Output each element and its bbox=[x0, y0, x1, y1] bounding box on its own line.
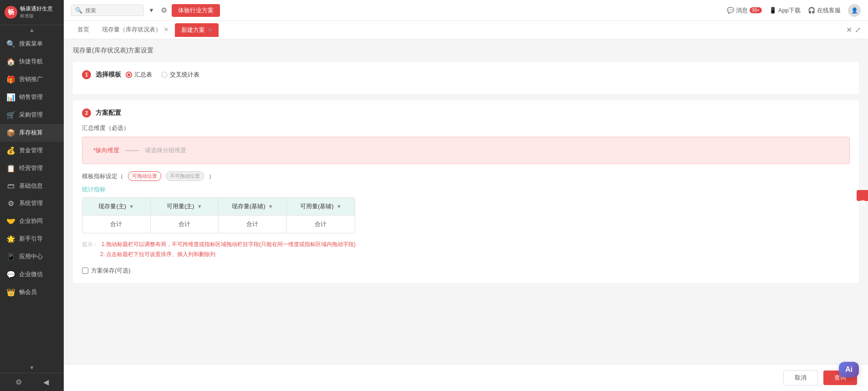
vertical-dimension-label: *纵向维度 bbox=[93, 146, 119, 154]
section2-title: 方案配置 bbox=[96, 109, 121, 117]
template-radio-group: 汇总表 交叉统计表 bbox=[126, 71, 199, 79]
section-config: 2 方案配置 汇总维度（必选） *纵向维度 —— 请选择分组维度 模板指标设定（… bbox=[73, 100, 859, 283]
dropdown-icon[interactable]: ▼ bbox=[148, 7, 154, 14]
tab-new-close[interactable]: ✕ bbox=[208, 27, 212, 33]
radio-summary[interactable]: 汇总表 bbox=[126, 71, 152, 79]
sidebar-item-operation[interactable]: 📋 经营管理 bbox=[0, 159, 64, 177]
sidebar-item-label: 企业微信 bbox=[19, 270, 43, 278]
online-service-item[interactable]: 🎧 在线客服 bbox=[808, 6, 841, 15]
sidebar-item-purchase[interactable]: 🛒 采购管理 bbox=[0, 106, 64, 124]
hint-text: 提示： 1.拖动标题栏可以调整布局，不可跨维度或指标区域拖动栏目字段(只能在同一… bbox=[82, 240, 850, 259]
cell-3: 合计 bbox=[287, 215, 355, 233]
stats-title: 统计指标 bbox=[82, 185, 850, 194]
sidebar-item-label: 库存核算 bbox=[19, 129, 43, 137]
search-icon: 🔍 bbox=[75, 7, 82, 14]
sidebar-item-newbie[interactable]: 🌟 新手引导 bbox=[0, 230, 64, 248]
sidebar: 畅 畅康通好生意 标准版 ▲ 🔍 搜索菜单 🏠 快捷导航 🎁 营销推广 📊 销售… bbox=[0, 0, 64, 391]
right-edge-tab[interactable]: 反馈 bbox=[857, 190, 868, 201]
sidebar-item-member[interactable]: 👑 畅会员 bbox=[0, 283, 64, 301]
home-icon: 🏠 bbox=[6, 57, 15, 66]
sidebar-scroll-up[interactable]: ▲ bbox=[0, 25, 64, 35]
settings-bottom-icon[interactable]: ⚙ bbox=[15, 378, 22, 386]
sidebar-item-label: 搜索菜单 bbox=[19, 40, 43, 48]
sidebar-item-inventory[interactable]: 📦 库存核算 bbox=[0, 124, 64, 142]
indicator-table-header: 现存量(主) ▼ 可用量(主) ▼ 现存量(基辅) ▼ 可用量(基辅) bbox=[82, 198, 355, 215]
radio-cross-label: 交叉统计表 bbox=[170, 71, 199, 79]
sidebar-item-label: 销售管理 bbox=[19, 93, 43, 101]
sidebar-bottom: ⚙ ◀ bbox=[0, 373, 64, 391]
tab-new-label: 新建方案 bbox=[181, 26, 205, 34]
panel-close-icon[interactable]: ✕ bbox=[846, 26, 852, 34]
message-item[interactable]: 💬 消息 99+ bbox=[727, 6, 762, 15]
industry-plan-button[interactable]: 体验行业方案 bbox=[172, 4, 220, 17]
sidebar-item-basic[interactable]: 🗃 基础信息 bbox=[0, 177, 64, 195]
col-arrow-2[interactable]: ▼ bbox=[268, 204, 273, 209]
search-box[interactable]: 🔍 bbox=[71, 5, 144, 16]
sidebar-item-search[interactable]: 🔍 搜索菜单 bbox=[0, 35, 64, 53]
col-arrow-1[interactable]: ▼ bbox=[197, 204, 202, 209]
dimension-separator: —— bbox=[125, 146, 139, 154]
sidebar-item-enterprise[interactable]: 🤝 企业协同 bbox=[0, 212, 64, 230]
user-avatar[interactable]: 👤 bbox=[848, 4, 861, 17]
sidebar-item-finance[interactable]: 💰 资金管理 bbox=[0, 142, 64, 159]
search-icon: 🔍 bbox=[6, 40, 15, 48]
section-template: 1 选择模板 汇总表 交叉统计表 bbox=[73, 62, 859, 94]
col-header-2[interactable]: 现存量(基辅) ▼ bbox=[219, 198, 287, 215]
hint-line-1: 提示： 1.拖动标题栏可以调整布局，不可跨维度或指标区域拖动栏目字段(只能在同一… bbox=[82, 240, 850, 250]
search-input[interactable] bbox=[85, 7, 140, 14]
app-download-item[interactable]: 📱 App下载 bbox=[769, 6, 801, 15]
indicator-table-body: 合计 合计 合计 合计 bbox=[82, 215, 355, 233]
sidebar-item-label: 畅会员 bbox=[19, 288, 37, 296]
clipboard-icon: 📋 bbox=[6, 164, 15, 173]
sidebar-item-wechat[interactable]: 💬 企业微信 bbox=[0, 266, 64, 283]
section1-number: 1 bbox=[82, 70, 91, 79]
dimension-area[interactable]: *纵向维度 —— 请选择分组维度 bbox=[82, 137, 850, 164]
cell-0: 合计 bbox=[82, 215, 151, 233]
col-header-1[interactable]: 可用量(主) ▼ bbox=[151, 198, 219, 215]
sidebar-item-apps[interactable]: 📱 应用中心 bbox=[0, 248, 64, 266]
sidebar-item-system[interactable]: ⚙ 系统管理 bbox=[0, 195, 64, 212]
save-option-label: 方案保存(可选) bbox=[91, 267, 131, 275]
money-icon: 💰 bbox=[6, 146, 15, 155]
panel-expand-icon[interactable]: ⤢ bbox=[855, 26, 861, 34]
col-header-3[interactable]: 可用量(基辅) ▼ bbox=[287, 198, 355, 215]
sidebar-item-shortcuts[interactable]: 🏠 快捷导航 bbox=[0, 53, 64, 71]
sidebar-item-sales[interactable]: 📊 销售管理 bbox=[0, 88, 64, 106]
tab-inventory[interactable]: 现存量（库存状况表） ✕ bbox=[96, 22, 175, 38]
radio-summary-label: 汇总表 bbox=[134, 71, 152, 79]
footer-bar: 取消 查询 bbox=[64, 364, 868, 391]
radio-cross[interactable]: 交叉统计表 bbox=[161, 71, 199, 79]
cart-icon: 🛒 bbox=[6, 111, 15, 119]
col-arrow-0[interactable]: ▼ bbox=[129, 204, 134, 209]
mobile-icon: 📱 bbox=[6, 252, 15, 261]
chat-icon: 💬 bbox=[6, 270, 15, 279]
sidebar-logo: 畅 畅康通好生意 标准版 bbox=[0, 0, 64, 25]
sidebar-scroll-down[interactable]: ▼ bbox=[0, 363, 64, 373]
hint-line-2: 2. 点击标题栏下拉可设置排序、插入列和删除列 bbox=[82, 250, 850, 260]
ai-float-button[interactable]: Ai bbox=[839, 362, 859, 377]
sidebar-item-label: 系统管理 bbox=[19, 199, 43, 207]
tab-new-plan[interactable]: 新建方案 ✕ bbox=[175, 23, 219, 37]
save-checkbox[interactable] bbox=[82, 268, 88, 274]
col-arrow-3[interactable]: ▼ bbox=[337, 204, 342, 209]
sidebar-item-label: 采购管理 bbox=[19, 111, 43, 119]
tab-home[interactable]: 首页 bbox=[71, 22, 96, 38]
settings-icon[interactable]: ⚙ bbox=[161, 6, 167, 15]
cancel-button[interactable]: 取消 bbox=[783, 370, 818, 386]
cell-1: 合计 bbox=[151, 215, 219, 233]
star-icon: 🌟 bbox=[6, 235, 15, 243]
tab-inventory-close[interactable]: ✕ bbox=[164, 26, 168, 33]
collapse-icon[interactable]: ◀ bbox=[43, 378, 49, 386]
cell-2: 合计 bbox=[219, 215, 287, 233]
db-icon: 🗃 bbox=[6, 182, 15, 190]
tab-home-label: 首页 bbox=[77, 26, 89, 34]
save-option: 方案保存(可选) bbox=[82, 267, 850, 275]
sidebar-item-marketing[interactable]: 🎁 营销推广 bbox=[0, 71, 64, 88]
col-header-0[interactable]: 现存量(主) ▼ bbox=[82, 198, 151, 215]
dimension-placeholder: 请选择分组维度 bbox=[145, 146, 186, 154]
sidebar-item-label: 快捷导航 bbox=[19, 57, 43, 66]
sidebar-item-label: 经营管理 bbox=[19, 164, 43, 172]
sidebar-nav: 🔍 搜索菜单 🏠 快捷导航 🎁 营销推广 📊 销售管理 🛒 采购管理 📦 库存核… bbox=[0, 35, 64, 363]
sidebar-item-label: 应用中心 bbox=[19, 252, 43, 261]
box-icon: 📦 bbox=[6, 129, 15, 137]
